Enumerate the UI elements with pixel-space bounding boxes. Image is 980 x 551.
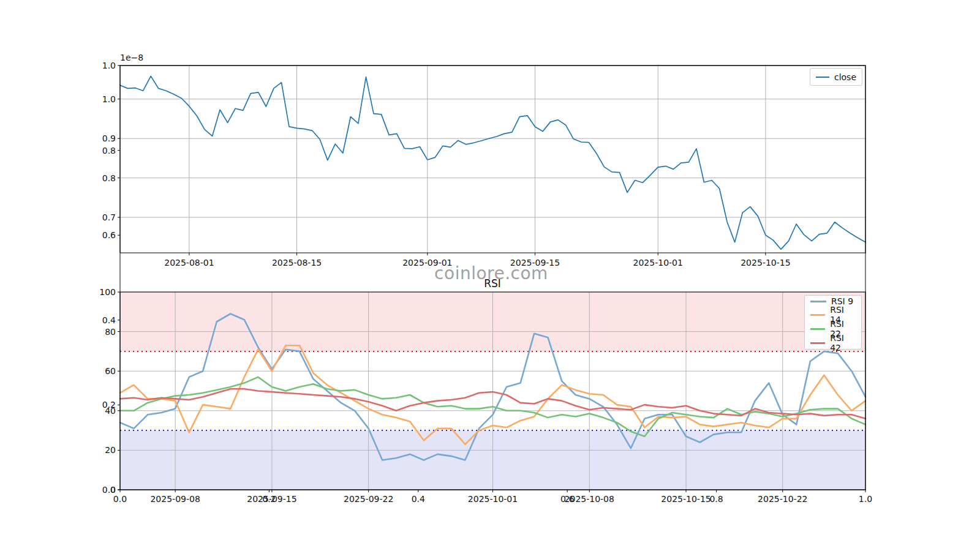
figure: 1.00.90.80.72025-08-012025-08-152025-09-… [0, 0, 980, 551]
legend-item-close: close [816, 72, 856, 82]
price-legend: close [810, 68, 862, 86]
rsi22-line-sample [810, 328, 825, 330]
legend-label-rsi42: RSI 42 [830, 333, 856, 353]
close-line-sample [816, 77, 829, 78]
rsi9-line-sample [810, 301, 826, 302]
legend-label-close: close [834, 72, 856, 82]
rsi42-line-sample [810, 342, 825, 344]
rsi-title: RSI [484, 277, 501, 290]
legend-item-rsi42: RSI 42 [810, 337, 856, 348]
rsi-legend: RSI 9 RSI 14 RSI 22 RSI 42 [804, 295, 862, 350]
rsi14-line-sample [810, 314, 825, 316]
